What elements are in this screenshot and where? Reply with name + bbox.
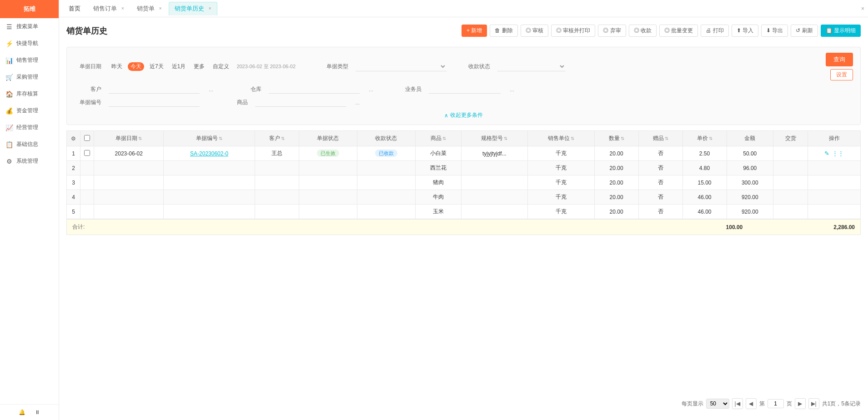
sidebar-item-label: 销售管理 (16, 56, 38, 64)
salesperson-label: 业务员 (394, 85, 421, 93)
sidebar-item-basic-info[interactable]: 📋 基础信息 (0, 136, 59, 153)
salesperson-dots[interactable]: ... (510, 86, 514, 93)
row-no: 5 (67, 205, 80, 219)
doc-no-label: 单据编号 (74, 99, 101, 106)
page-prev-btn[interactable]: ◀ (746, 398, 757, 409)
collect-button[interactable]: ◎ 收款 (629, 25, 657, 37)
gear-icon[interactable]: ⚙ (71, 135, 76, 142)
show-detail-button[interactable]: 📋 显示明细 (821, 25, 861, 37)
edit-icon[interactable]: ✎ (824, 150, 829, 157)
th-gear[interactable]: ⚙ (67, 131, 80, 146)
page-last-btn[interactable]: ▶| (808, 398, 819, 409)
row-spec: tyjyjtyjdf... (461, 146, 527, 161)
th-gift[interactable]: 赠品 (638, 131, 682, 146)
sidebar-item-sys-mgmt[interactable]: ⚙ 系统管理 (0, 153, 59, 170)
tab-sales-history-close[interactable]: × (209, 6, 211, 11)
new-button[interactable]: + 新增 (462, 25, 487, 37)
customer-label: 客户 (74, 85, 101, 93)
th-goods[interactable]: 商品 (415, 131, 461, 146)
query-button[interactable]: 查询 (826, 53, 853, 66)
tab-sales-order[interactable]: 销售订单 × (87, 2, 130, 15)
notification-icon[interactable]: 🔔 (19, 409, 25, 415)
collapse-button[interactable]: ∧ 收起更多条件 (74, 111, 853, 119)
warehouse-input[interactable] (269, 85, 360, 94)
date-group: 昨天 今天 近7天 近1月 更多 自定义 2023-06-02 至 2023-0… (109, 62, 296, 71)
th-doc-no[interactable]: 单据编号 (164, 131, 255, 146)
filter-row-3: 单据编号 商品 ... (74, 98, 853, 107)
page-next-btn[interactable]: ▶ (795, 398, 806, 409)
refresh-button[interactable]: ↺ 刷新 (791, 25, 818, 37)
goods-input[interactable] (255, 98, 346, 107)
th-amount: 金额 (727, 131, 773, 146)
sidebar-item-search-menu[interactable]: ☰ 搜索菜单 (0, 18, 59, 35)
sidebar-item-sales-mgmt[interactable]: 📊 销售管理 (0, 52, 59, 69)
doc-no-link[interactable]: SA-20230602-0 (190, 150, 228, 157)
select-all-checkbox[interactable] (84, 135, 90, 141)
row-customer (255, 161, 299, 175)
approve-print-button[interactable]: ◎ 审核并打印 (551, 25, 595, 37)
date-more[interactable]: 更多 (191, 62, 207, 71)
tab-sales-goods[interactable]: 销货单 × (131, 2, 168, 15)
th-date[interactable]: 单据日期 (94, 131, 164, 146)
close-all-tabs[interactable]: × (861, 5, 864, 12)
sidebar-item-finance[interactable]: 💰 资金管理 (0, 102, 59, 119)
date-7days[interactable]: 近7天 (147, 62, 166, 71)
salesperson-input[interactable] (429, 85, 501, 94)
batch-change-button[interactable]: ◎ 批量变更 (659, 25, 698, 37)
th-spec[interactable]: 规格型号 (461, 131, 527, 146)
date-today[interactable]: 今天 (128, 62, 144, 71)
th-unit[interactable]: 销售单位 (528, 131, 594, 146)
payment-status-label: 收款状态 (463, 63, 490, 70)
per-page-select[interactable]: 50 100 (706, 399, 729, 409)
approve-button[interactable]: ◎ 审核 (521, 25, 548, 37)
th-delivery: 交货 (773, 131, 808, 146)
date-1month[interactable]: 近1月 (169, 62, 189, 71)
more-icon[interactable]: ⋮⋮ (832, 150, 844, 157)
tab-home[interactable]: 首页 (63, 2, 86, 15)
sidebar-item-quick-nav[interactable]: ⚡ 快捷导航 (0, 35, 59, 52)
operations-icon: 📈 (5, 124, 13, 131)
page-first-btn[interactable]: |◀ (732, 398, 743, 409)
customer-input[interactable] (109, 85, 200, 94)
sidebar-item-operations[interactable]: 📈 经营管理 (0, 119, 59, 136)
delete-button[interactable]: 🗑 删除 (490, 25, 517, 37)
th-price[interactable]: 单价 (682, 131, 727, 146)
tab-sales-history[interactable]: 销货单历史 × (169, 2, 217, 15)
row-doc-status (299, 205, 357, 219)
row-doc-no (164, 190, 255, 205)
abandon-button[interactable]: ◎ 弃审 (598, 25, 626, 37)
doc-no-input[interactable] (109, 98, 200, 107)
pause-icon[interactable]: ⏸ (35, 409, 40, 415)
date-filter-label: 单据日期 (74, 63, 101, 70)
row-amount: 920.00 (727, 190, 773, 205)
settings-button[interactable]: 设置 (830, 69, 853, 80)
goods-dots[interactable]: ... (355, 100, 360, 106)
doc-type-select[interactable] (356, 62, 447, 71)
row-checkbox-input[interactable] (84, 150, 90, 156)
table-row: 1 2023-06-02 SA-20230602-0 王总 已生效 已收款 小白… (67, 146, 861, 161)
sidebar-bottom: 🔔 ⏸ (0, 404, 59, 420)
export-button[interactable]: ⬇ 导出 (761, 25, 788, 37)
row-spec (461, 190, 527, 205)
row-price: 15.00 (682, 175, 727, 190)
row-doc-no (164, 161, 255, 175)
date-custom[interactable]: 自定义 (210, 62, 232, 71)
table-container: ⚙ 单据日期 单据编号 客户 单据状态 收款状态 商品 规格型号 销售单位 数量… (66, 130, 861, 393)
th-qty[interactable]: 数量 (594, 131, 638, 146)
print-button[interactable]: 🖨 打印 (701, 25, 728, 37)
sidebar-item-purchase-mgmt[interactable]: 🛒 采购管理 (0, 69, 59, 85)
page-number-input[interactable]: 1 (768, 399, 784, 408)
customer-dots[interactable]: ... (209, 86, 213, 93)
payment-status-select[interactable] (497, 62, 566, 71)
sidebar-item-inventory[interactable]: 🏠 库存核算 (0, 85, 59, 102)
row-doc-no (164, 175, 255, 190)
th-customer[interactable]: 客户 (255, 131, 299, 146)
tab-sales-order-close[interactable]: × (121, 6, 124, 11)
date-yesterday[interactable]: 昨天 (109, 62, 125, 71)
row-no: 3 (67, 175, 80, 190)
row-checkbox (80, 190, 94, 205)
tab-sales-goods-close[interactable]: × (159, 6, 162, 11)
row-amount: 300.00 (727, 175, 773, 190)
warehouse-dots[interactable]: ... (369, 86, 373, 93)
import-button[interactable]: ⬆ 导入 (732, 25, 758, 37)
